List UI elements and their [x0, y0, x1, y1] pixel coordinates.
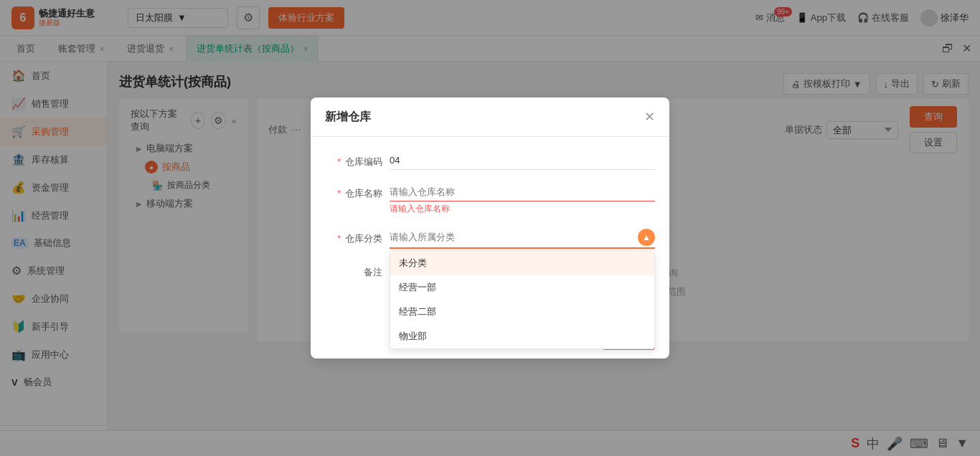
modal-overlay[interactable]: 新增仓库 ✕ * 仓库编码 * 仓库名称 — [0, 0, 980, 456]
category-label: * 仓库分类 — [325, 228, 382, 245]
category-field-wrap: ▲ 未分类 经营一部 经营二部 物业部 — [390, 228, 655, 249]
category-input[interactable] — [390, 228, 638, 246]
modal-header: 新增仓库 ✕ — [311, 98, 669, 137]
modal-body: * 仓库编码 * 仓库名称 请输入仓库名称 — [311, 137, 669, 318]
dropdown-item-2[interactable]: 经营二部 — [390, 300, 654, 324]
code-label: * 仓库编码 — [325, 151, 382, 168]
dropdown-item-1[interactable]: 经营一部 — [390, 275, 654, 300]
required-star: * — [337, 156, 341, 167]
modal-title: 新增仓库 — [325, 110, 371, 125]
name-input[interactable] — [390, 183, 655, 201]
modal: 新增仓库 ✕ * 仓库编码 * 仓库名称 — [311, 98, 669, 358]
name-label: * 仓库名称 — [325, 183, 382, 200]
name-field-wrap: 请输入仓库名称 — [390, 183, 655, 215]
chevron-up-button[interactable]: ▲ — [638, 229, 655, 246]
category-input-wrap: ▲ — [390, 228, 655, 249]
required-star-cat: * — [337, 233, 341, 244]
code-input[interactable] — [390, 151, 655, 170]
form-row-code: * 仓库编码 — [325, 151, 655, 170]
dropdown-item-3[interactable]: 物业部 — [390, 324, 654, 348]
modal-close-button[interactable]: ✕ — [644, 109, 655, 125]
notes-label: 备注 — [325, 262, 382, 279]
form-row-category: * 仓库分类 ▲ 未分类 经营一部 经营二部 物业部 — [325, 228, 655, 249]
code-field-wrap — [390, 151, 655, 170]
required-star-name: * — [337, 188, 341, 199]
category-dropdown: 未分类 经营一部 经营二部 物业部 — [390, 250, 655, 349]
dropdown-item-0[interactable]: 未分类 — [390, 251, 654, 275]
name-error-msg: 请输入仓库名称 — [390, 203, 655, 215]
form-row-name: * 仓库名称 请输入仓库名称 — [325, 183, 655, 215]
